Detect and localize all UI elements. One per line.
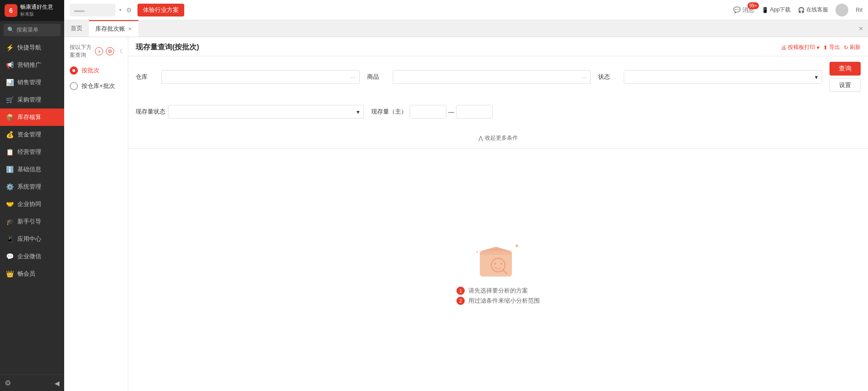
status-select[interactable]: ▾ (624, 70, 822, 84)
messages-btn[interactable]: 💬 消息 99+ (733, 6, 754, 14)
qty-range: — (410, 105, 599, 119)
filter-item-label: 按批次 (82, 66, 99, 75)
stock-status-dropdown-icon: ▾ (357, 109, 360, 115)
sidebar-item-label: 新手引导 (17, 217, 41, 226)
tab-close-icon[interactable]: ✕ (128, 26, 132, 32)
tab-home-label: 首页 (71, 24, 82, 33)
status-dropdown-icon: ▾ (815, 74, 818, 81)
sidebar-item-finance[interactable]: 💰 资金管理 (0, 126, 64, 143)
collapse-more-label: 收起更多条件 (485, 134, 518, 142)
sidebar-item-new-guide[interactable]: 🎓 新手引导 (0, 213, 64, 230)
inventory-icon: 📦 (5, 113, 14, 121)
app-info: 畅康通好生意 标准版 (20, 4, 53, 17)
refresh-icon: ↻ (844, 44, 848, 51)
sidebar-item-label: 企业微信 (17, 252, 41, 261)
sidebar-item-quick-nav[interactable]: ⚡ 快捷导航 (0, 39, 64, 56)
filter-collapse-arrow[interactable]: 《 (117, 48, 122, 55)
hint-1-text: 请先选择要分析的方案 (468, 287, 528, 295)
sidebar-item-enterprise-wechat[interactable]: 💬 企业微信 (0, 248, 64, 265)
tab-home[interactable]: 首页 (64, 21, 89, 36)
tab-batch-ledger[interactable]: 库存批次账 ✕ (89, 20, 138, 37)
tab-panel-close-btn[interactable]: ✕ (854, 25, 868, 32)
sidebar-item-member[interactable]: 👑 畅会员 (0, 265, 64, 282)
page-header-actions: 🖨 按模板打印 ▾ ⬆ 导出 ↻ 刷新 (781, 43, 861, 51)
sidebar-item-enterprise[interactable]: 🤝 企业协同 (0, 196, 64, 213)
collapse-sidebar-icon[interactable]: ◀ (55, 380, 60, 387)
sidebar-item-purchase[interactable]: 🛒 采购管理 (0, 91, 64, 109)
sidebar-item-inventory[interactable]: 📦 库存核算 (0, 109, 64, 126)
sidebar-item-operations[interactable]: 📋 经营管理 (0, 143, 64, 161)
filter-item-label: 按仓库+批次 (82, 82, 115, 90)
export-icon: ⬆ (823, 44, 828, 51)
refresh-label: 刷新 (850, 43, 861, 51)
qty-min-input[interactable] (410, 105, 446, 119)
empty-icon-svg: ✦ ✦ (473, 240, 523, 281)
sidebar-item-label: 营销推广 (17, 61, 41, 69)
status-label: 状态 (598, 73, 621, 81)
search-conditions: 仓库 ··· 商品 ··· 状态 (128, 56, 868, 149)
svg-text:✦: ✦ (514, 242, 520, 250)
app-sub-label: 标准版 (20, 11, 53, 17)
search-icon: 🔍 (7, 27, 14, 33)
search-btn[interactable]: 查询 (830, 62, 861, 76)
sidebar-item-label: 系统管理 (17, 183, 41, 191)
export-btn[interactable]: ⬆ 导出 (823, 43, 840, 51)
topbar: ▬▬ ▾ ⚙ 体验行业方案 💬 消息 99+ 📱 App下载 🎧 在线客服 Ri… (64, 0, 868, 20)
sidebar-item-sales[interactable]: 📊 销售管理 (0, 74, 64, 91)
hint-1-num: 1 (456, 287, 465, 295)
stock-status-select[interactable]: ▾ (168, 105, 364, 119)
print-icon: 🖨 (781, 44, 786, 51)
print-dropdown-icon: ▾ (817, 44, 819, 51)
refresh-btn[interactable]: ↻ 刷新 (844, 43, 861, 51)
trial-btn[interactable]: 体验行业方案 (137, 4, 184, 16)
settings-icon[interactable]: ⚙ (5, 379, 11, 387)
collapse-more-btn[interactable]: ⋀ 收起更多条件 (136, 131, 861, 143)
filter-item-by-warehouse-batch[interactable]: 按仓库+批次 (64, 78, 128, 94)
empty-hint-1: 1 请先选择要分析的方案 (456, 287, 540, 295)
filter-dot-active (70, 66, 78, 75)
sidebar-item-label: 快捷导航 (17, 43, 41, 52)
filter-item-by-batch[interactable]: 按批次 (64, 63, 128, 78)
qty-max-input[interactable] (456, 105, 493, 119)
topbar-gear-icon[interactable]: ⚙ (126, 6, 132, 14)
sidebar-search[interactable]: 🔍 搜索菜单 (4, 24, 60, 36)
product-dots: ··· (582, 74, 587, 81)
empty-hints: 1 请先选择要分析的方案 2 用过滤条件来缩小分析范围 (456, 287, 540, 305)
online-service-label: 在线客服 (806, 6, 828, 14)
product-input[interactable]: ··· (393, 70, 591, 84)
sidebar-item-system[interactable]: ⚙️ 系统管理 (0, 178, 64, 196)
filter-dot-inactive (70, 82, 78, 90)
topbar-dropdown-icon[interactable]: ▾ (119, 7, 121, 12)
empty-hint-2: 2 用过滤条件来缩小分析范围 (456, 297, 540, 305)
message-icon: 💬 (733, 6, 741, 13)
warehouse-input[interactable]: ··· (161, 70, 360, 84)
avatar[interactable] (835, 4, 848, 16)
online-service-btn[interactable]: 🎧 在线客服 (798, 6, 828, 14)
hint-2-text: 用过滤条件来缩小分析范围 (468, 297, 540, 305)
sidebar-item-app-center[interactable]: 📱 应用中心 (0, 230, 64, 248)
sidebar-item-label: 经营管理 (17, 148, 41, 156)
filter-panel-title-text: 按以下方案查询 (70, 43, 95, 59)
stock-qty-label: 现存量（主） (371, 108, 407, 116)
settings-btn[interactable]: 设置 (830, 78, 861, 92)
svg-rect-0 (480, 251, 512, 277)
stock-qty-condition: 现存量（主） — (371, 105, 599, 119)
product-condition: 商品 ··· (367, 70, 591, 84)
system-icon: ⚙️ (5, 183, 14, 191)
page-header: 现存量查询(按批次) 🖨 按模板打印 ▾ ⬆ 导出 ↻ 刷新 (128, 37, 868, 56)
product-label: 商品 (367, 73, 390, 81)
sales-icon: 📊 (5, 78, 14, 87)
sidebar-nav: ⚡ 快捷导航 📢 营销推广 📊 销售管理 🛒 采购管理 📦 库存核算 💰 资金管… (0, 39, 64, 375)
topbar-search-box[interactable]: ▬▬ (70, 4, 115, 16)
sidebar-footer: ⚙ ◀ (0, 375, 64, 391)
main: ▬▬ ▾ ⚙ 体验行业方案 💬 消息 99+ 📱 App下载 🎧 在线客服 Ri… (64, 0, 868, 391)
sidebar-item-marketing[interactable]: 📢 营销推广 (0, 56, 64, 74)
filter-add-icon[interactable]: ＋ (95, 47, 103, 55)
filter-gear-icon[interactable]: ⚙ (106, 47, 114, 55)
print-btn[interactable]: 🖨 按模板打印 ▾ (781, 43, 819, 51)
svg-rect-1 (480, 251, 512, 255)
app-download-btn[interactable]: 📱 App下载 (762, 6, 791, 14)
sidebar-item-label: 基础信息 (17, 165, 41, 174)
user-name[interactable]: Rit (856, 7, 863, 13)
sidebar-item-basic-info[interactable]: ℹ️ 基础信息 (0, 161, 64, 178)
